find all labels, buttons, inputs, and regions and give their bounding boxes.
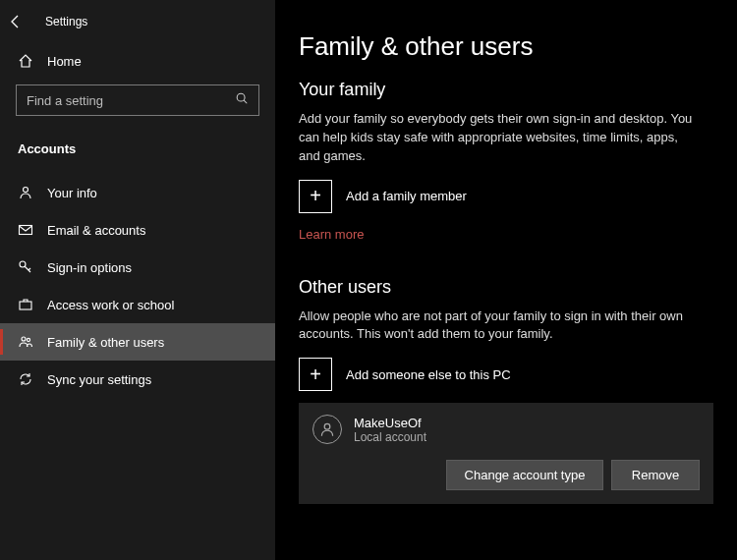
app-title: Settings xyxy=(45,15,87,28)
briefcase-icon xyxy=(18,297,33,312)
other-heading: Other users xyxy=(299,277,713,298)
plus-icon: + xyxy=(299,358,332,391)
home-label: Home xyxy=(47,54,82,69)
home-nav[interactable]: Home xyxy=(0,43,275,79)
user-icon xyxy=(18,185,33,200)
change-account-type-button[interactable]: Change account type xyxy=(446,460,603,490)
search-icon xyxy=(235,91,249,109)
user-card[interactable]: MakeUseOf Local account Change account t… xyxy=(299,403,713,504)
sidebar: Settings Home Accounts Your info Email &… xyxy=(0,0,275,560)
svg-point-0 xyxy=(237,93,245,101)
sidebar-item-label: Access work or school xyxy=(47,298,174,312)
key-icon xyxy=(18,259,33,275)
svg-point-6 xyxy=(22,337,26,341)
mail-icon xyxy=(18,222,33,238)
page-title: Family & other users xyxy=(299,31,713,62)
user-name: MakeUseOf xyxy=(354,416,426,430)
svg-line-1 xyxy=(244,100,247,103)
other-desc: Allow people who are not part of your fa… xyxy=(299,308,702,345)
avatar-icon xyxy=(312,415,342,444)
sidebar-item-label: Your info xyxy=(47,186,97,200)
user-account-type: Local account xyxy=(354,430,426,444)
user-header: MakeUseOf Local account xyxy=(312,415,700,444)
category-header: Accounts xyxy=(0,128,275,166)
search-box[interactable] xyxy=(16,84,259,116)
people-icon xyxy=(18,334,33,350)
svg-rect-5 xyxy=(20,302,31,309)
back-icon[interactable] xyxy=(8,14,24,29)
sidebar-item-label: Sync your settings xyxy=(47,372,151,387)
svg-point-8 xyxy=(324,424,330,430)
sidebar-item-your-info[interactable]: Your info xyxy=(0,174,275,211)
sidebar-item-label: Email & accounts xyxy=(47,223,145,238)
sidebar-item-sync[interactable]: Sync your settings xyxy=(0,361,275,398)
add-family-label: Add a family member xyxy=(346,189,467,203)
svg-point-7 xyxy=(27,338,29,341)
main-content: Family & other users Your family Add you… xyxy=(275,0,737,560)
nav-list: Your info Email & accounts Sign-in optio… xyxy=(0,174,275,398)
plus-icon: + xyxy=(299,180,332,213)
home-icon xyxy=(18,53,33,69)
sidebar-item-email[interactable]: Email & accounts xyxy=(0,211,275,249)
sidebar-item-work[interactable]: Access work or school xyxy=(0,286,275,323)
svg-point-2 xyxy=(24,188,28,193)
search-input[interactable] xyxy=(27,93,235,108)
family-heading: Your family xyxy=(299,80,713,100)
learn-more-link[interactable]: Learn more xyxy=(299,227,364,242)
add-other-user-button[interactable]: + Add someone else to this PC xyxy=(299,358,713,391)
add-family-member-button[interactable]: + Add a family member xyxy=(299,180,713,213)
add-other-label: Add someone else to this PC xyxy=(346,367,511,382)
titlebar: Settings xyxy=(0,10,275,43)
sync-icon xyxy=(18,371,33,387)
user-buttons: Change account type Remove xyxy=(312,460,700,490)
sidebar-item-signin[interactable]: Sign-in options xyxy=(0,249,275,286)
sidebar-item-label: Family & other users xyxy=(47,335,164,350)
remove-button[interactable]: Remove xyxy=(611,460,700,490)
sidebar-item-label: Sign-in options xyxy=(47,260,132,275)
sidebar-item-family[interactable]: Family & other users xyxy=(0,323,275,361)
family-desc: Add your family so everybody gets their … xyxy=(299,110,702,166)
